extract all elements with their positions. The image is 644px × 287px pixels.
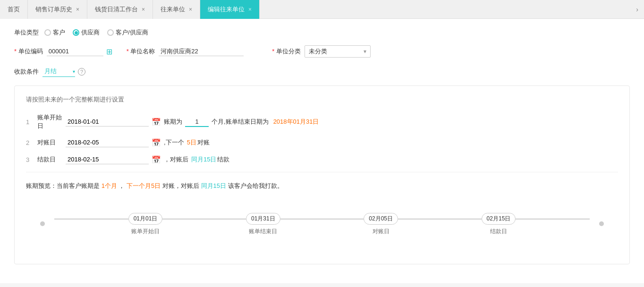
- radio-supplier-label: 供应商: [81, 28, 100, 37]
- preview-row: 账期预览：当前客户账期是 1个月 ， 下一个月5日 对账，对账后 同月15日 该…: [26, 176, 618, 196]
- preview-part1: 1个月: [102, 182, 117, 189]
- settings-title: 请按照未来的一个完整帐期进行设置: [26, 95, 618, 104]
- row-2-num: 2: [26, 139, 37, 146]
- tab-contacts[interactable]: 往来单位 ×: [153, 0, 200, 19]
- tab-sales-history-label: 销售订单历史: [35, 5, 72, 14]
- row-1-period-input[interactable]: [185, 117, 209, 127]
- row-1-date-input[interactable]: [66, 117, 149, 127]
- tab-cash-workbench[interactable]: 钱货日清工作台 ×: [87, 0, 153, 19]
- tab-home[interactable]: 首页: [0, 0, 28, 19]
- unit-code-input[interactable]: [47, 47, 103, 56]
- timeline-start-dot: [40, 221, 45, 226]
- timeline-start: [40, 213, 45, 236]
- timeline-node-1: 01月31日 账单结束日: [246, 213, 280, 236]
- tab-contacts-label: 往来单位: [161, 5, 185, 14]
- radio-customer-supplier-label: 客户/供应商: [116, 28, 148, 37]
- payment-terms-label: 收款条件: [14, 68, 39, 76]
- radio-supplier[interactable]: 供应商: [73, 28, 100, 37]
- preview-part3: 同月15日: [201, 182, 226, 189]
- row-1-end-date: 2018年01月31日: [273, 118, 319, 126]
- preview-comma1: ，: [119, 182, 125, 189]
- settings-row-2: 2 对账日 📅 ,下一个 5日 对账: [26, 138, 618, 147]
- preview-prefix: 账期预览：当前客户账期是: [26, 182, 100, 189]
- payment-terms-value: 月结: [42, 66, 71, 76]
- row-3-desc-after: 结款: [217, 155, 229, 164]
- unit-code-label: 单位编码: [14, 47, 43, 56]
- timeline-container: 01月01日 账单开始日 01月31日 账单结束日 02月05日 对账日 02月…: [26, 203, 618, 254]
- timeline-date-3: 02月15日: [482, 213, 516, 225]
- row-1-name: 账单开始日: [37, 113, 66, 130]
- tab-edit-contact-close[interactable]: ×: [248, 6, 252, 13]
- settings-row-3: 3 结款日 📅 ，对账后 同月15日 结款: [26, 155, 618, 164]
- unit-name-input[interactable]: [159, 47, 244, 56]
- tab-cash-workbench-close[interactable]: ×: [142, 6, 145, 13]
- unit-class-group: 单位分类 未分类 ▾: [272, 45, 371, 58]
- unit-name-label: 单位名称: [127, 47, 155, 56]
- tab-edit-contact-label: 编辑往来单位: [208, 5, 245, 14]
- radio-customer-circle: [44, 29, 51, 36]
- unit-class-arrow-icon: ▾: [354, 48, 366, 55]
- row-3-highlight: 同月15日: [191, 155, 216, 164]
- tabs-bar: 首页 销售订单历史 × 钱货日清工作台 × 往来单位 × 编辑往来单位 × ›: [0, 0, 644, 19]
- preview-suffix: 该客户会给我打款。: [228, 182, 283, 189]
- main-content: 单位类型 客户 供应商 客户/供应商 单位编码 ⊞ 单位名称: [0, 19, 644, 283]
- payment-terms-arrow-icon: ▾: [73, 69, 75, 74]
- timeline-label-1: 账单结束日: [249, 228, 277, 236]
- radio-group-unit-type: 客户 供应商 客户/供应商: [44, 28, 148, 37]
- unit-name-group: 单位名称: [127, 47, 244, 56]
- timeline-end-dot: [599, 221, 604, 226]
- row-3-calendar-icon[interactable]: 📅: [152, 155, 161, 164]
- unit-info-row: 单位编码 ⊞ 单位名称 单位分类 未分类 ▾: [14, 45, 630, 58]
- row-2-desc-before: ,下一个: [164, 138, 184, 147]
- tab-more-button[interactable]: ›: [630, 6, 644, 13]
- row-3-num: 3: [26, 156, 37, 163]
- unit-class-label: 单位分类: [272, 47, 301, 56]
- tab-home-label: 首页: [8, 5, 20, 14]
- row-3-desc-before: ，对账后: [164, 155, 188, 164]
- preview-part2: 下一个月5日: [127, 182, 161, 189]
- row-1-calendar-icon[interactable]: 📅: [152, 118, 161, 127]
- settings-row-1: 1 账单开始日 📅 账期为 个月,账单结束日期为 2018年01月31日: [26, 113, 618, 130]
- timeline-label-2: 对账日: [373, 228, 390, 236]
- row-2-highlight: 5日: [187, 138, 196, 147]
- unit-type-label: 单位类型: [14, 28, 39, 37]
- tab-sales-history-close[interactable]: ×: [76, 6, 79, 13]
- timeline-label-3: 结款日: [490, 228, 507, 236]
- timeline-node-0: 01月01日 账单开始日: [128, 213, 163, 236]
- row-1-num: 1: [26, 118, 37, 126]
- settings-divider: [26, 172, 618, 172]
- radio-customer-label: 客户: [53, 28, 65, 37]
- timeline-date-0: 01月01日: [128, 213, 163, 225]
- row-3-name: 结款日: [37, 155, 66, 164]
- payment-terms-row: 收款条件 月结 ▾ ?: [14, 66, 630, 77]
- tab-sales-history[interactable]: 销售订单历史 ×: [28, 0, 87, 19]
- payment-terms-select[interactable]: 月结 ▾: [42, 66, 75, 77]
- radio-customer[interactable]: 客户: [44, 28, 65, 37]
- tab-contacts-close[interactable]: ×: [189, 6, 192, 13]
- timeline-node-2: 02月05日 对账日: [364, 213, 398, 236]
- radio-customer-supplier-circle: [107, 29, 114, 36]
- row-2-name: 对账日: [37, 138, 66, 147]
- timeline-nodes: 01月01日 账单开始日 01月31日 账单结束日 02月05日 对账日 02月…: [40, 213, 604, 236]
- unit-type-row: 单位类型 客户 供应商 客户/供应商: [14, 28, 630, 37]
- tab-cash-workbench-label: 钱货日清工作台: [95, 5, 138, 14]
- row-1-period-after: 个月,账单结束日期为: [212, 118, 269, 126]
- unit-class-value: 未分类: [309, 47, 327, 56]
- row-2-calendar-icon[interactable]: 📅: [152, 138, 161, 147]
- unit-code-group: 单位编码 ⊞: [14, 47, 112, 56]
- row-2-desc-after: 对账: [197, 138, 210, 147]
- payment-terms-help-icon[interactable]: ?: [78, 68, 85, 76]
- preview-middle: 对账，对账后: [162, 182, 199, 189]
- radio-supplier-circle: [73, 29, 79, 36]
- timeline-node-3: 02月15日 结款日: [482, 213, 516, 236]
- unit-code-copy-icon[interactable]: ⊞: [106, 47, 112, 56]
- radio-customer-supplier[interactable]: 客户/供应商: [107, 28, 148, 37]
- timeline-date-2: 02月05日: [364, 213, 398, 225]
- unit-class-select[interactable]: 未分类 ▾: [305, 45, 371, 58]
- row-3-date-input[interactable]: [66, 155, 149, 164]
- row-2-date-input[interactable]: [66, 138, 149, 147]
- timeline-label-0: 账单开始日: [131, 228, 160, 236]
- tab-edit-contact[interactable]: 编辑往来单位 ×: [200, 0, 260, 19]
- row-1-period-before: 账期为: [164, 118, 182, 126]
- timeline-end: [599, 213, 604, 236]
